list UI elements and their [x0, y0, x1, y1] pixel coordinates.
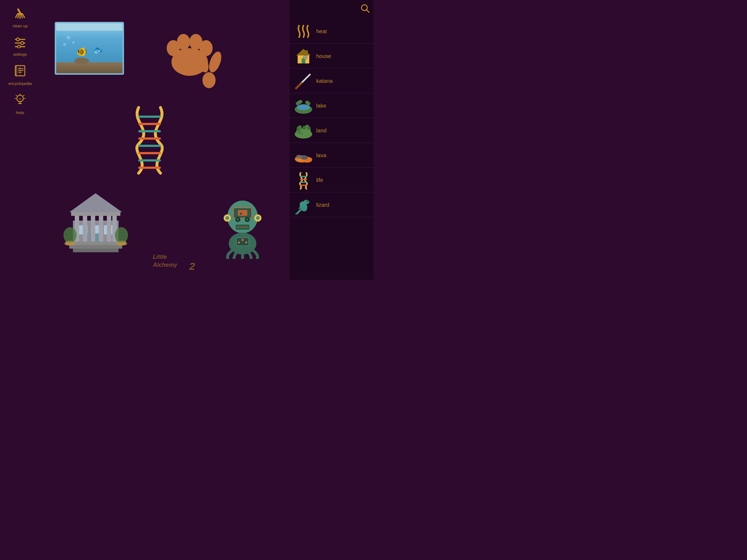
lake-label: lake [316, 102, 326, 109]
panel-item-lava[interactable]: lava [290, 143, 374, 168]
svg-line-26 [24, 95, 24, 96]
svg-point-127 [307, 201, 308, 202]
lizard-icon-container [293, 195, 313, 215]
game-logo: Little Alchemy 2 [151, 251, 198, 275]
cleanup-icon [13, 7, 27, 22]
svg-rect-45 [73, 249, 119, 252]
land-icon [294, 121, 313, 140]
katana-icon-container [293, 71, 313, 91]
svg-marker-87 [296, 49, 311, 55]
svg-marker-58 [69, 193, 122, 212]
svg-point-10 [21, 42, 24, 44]
lava-icon [294, 146, 313, 165]
land-icon-container [293, 120, 313, 140]
life-label: life [316, 177, 323, 183]
svg-point-74 [246, 218, 248, 221]
dna-element[interactable] [120, 104, 179, 178]
lake-icon [294, 96, 313, 115]
svg-text:▶: ▶ [240, 211, 243, 215]
search-button[interactable] [360, 4, 370, 15]
panel-item-life[interactable]: life [290, 168, 374, 192]
right-panel: heat house [290, 0, 374, 280]
robot-icon: ▶ [219, 197, 266, 259]
lava-label: lava [316, 152, 326, 158]
svg-point-123 [303, 200, 309, 204]
svg-point-12 [18, 45, 20, 48]
svg-rect-55 [107, 214, 111, 242]
svg-point-59 [63, 227, 77, 243]
search-bar [290, 0, 374, 19]
svg-line-86 [367, 10, 369, 12]
katana-label: katana [316, 78, 333, 84]
heat-icon-container [293, 21, 313, 41]
svg-text:Little: Little [153, 254, 167, 260]
lake-icon-container [293, 96, 313, 116]
robot-element[interactable]: ▶ [219, 197, 266, 260]
sidebar-item-cleanup[interactable]: clean up [4, 4, 36, 31]
lizard-label: lizard [316, 202, 329, 208]
building-element[interactable] [62, 190, 129, 260]
svg-point-70 [256, 216, 260, 220]
sidebar-item-encyclopedia[interactable]: encyclopedia [4, 61, 36, 89]
svg-point-8 [16, 38, 19, 41]
svg-rect-53 [91, 214, 95, 242]
svg-point-117 [296, 155, 302, 159]
fish1-icon: 🐠 [76, 47, 87, 57]
svg-point-93 [304, 60, 305, 61]
panel-item-lizard[interactable]: lizard [290, 192, 374, 217]
svg-line-5 [22, 15, 22, 18]
life-icon [294, 171, 313, 190]
dna-icon [120, 104, 179, 177]
settings-icon [14, 36, 26, 51]
svg-point-61 [64, 241, 76, 246]
svg-point-81 [245, 242, 247, 244]
encyclopedia-icon [13, 64, 27, 80]
svg-rect-54 [99, 214, 103, 242]
hints-icon [13, 93, 27, 109]
svg-rect-44 [69, 245, 122, 249]
heat-icon [294, 22, 313, 41]
sidebar-item-hints[interactable]: hints [4, 90, 36, 118]
svg-point-80 [238, 242, 240, 244]
svg-line-25 [16, 95, 17, 96]
land-label: land [316, 127, 326, 133]
svg-point-104 [305, 101, 309, 104]
panel-item-lake[interactable]: lake [290, 93, 374, 118]
svg-point-79 [241, 239, 244, 241]
heat-label: heat [316, 28, 327, 34]
svg-text:2: 2 [189, 261, 195, 272]
encyclopedia-label: encyclopedia [8, 81, 32, 86]
panel-item-land[interactable]: land [290, 118, 374, 143]
aquarium-body: 🐠 🐟 [55, 22, 124, 75]
svg-point-112 [308, 127, 311, 130]
canvas-area: 🐠 🐟 [40, 0, 290, 280]
svg-rect-94 [306, 50, 308, 55]
svg-point-34 [202, 72, 216, 88]
svg-line-97 [296, 85, 300, 88]
svg-rect-14 [15, 66, 17, 76]
search-icon [360, 4, 370, 13]
svg-point-19 [17, 95, 23, 102]
panel-item-heat[interactable]: heat [290, 19, 374, 44]
house-label: house [316, 53, 331, 59]
panel-item-katana[interactable]: katana [290, 69, 374, 93]
panel-item-house[interactable]: house [290, 44, 374, 69]
paw-small-element[interactable] [191, 51, 226, 93]
cleanup-label: clean up [12, 24, 28, 28]
svg-point-29 [177, 34, 190, 50]
life-icon-container [293, 170, 313, 190]
svg-point-102 [299, 100, 302, 104]
house-icon [294, 47, 313, 66]
katana-icon [294, 71, 313, 90]
svg-line-3 [18, 15, 19, 18]
sidebar-item-settings[interactable]: settings [4, 33, 36, 59]
svg-rect-52 [83, 214, 87, 242]
aquarium-element[interactable]: 🐠 🐟 [55, 22, 124, 75]
lizard-icon [294, 195, 313, 214]
hints-label: hints [16, 110, 24, 115]
building-icon [62, 190, 129, 259]
house-icon-container [293, 46, 313, 66]
svg-point-73 [237, 218, 239, 221]
svg-line-2 [16, 15, 17, 18]
svg-point-32 [194, 51, 211, 74]
